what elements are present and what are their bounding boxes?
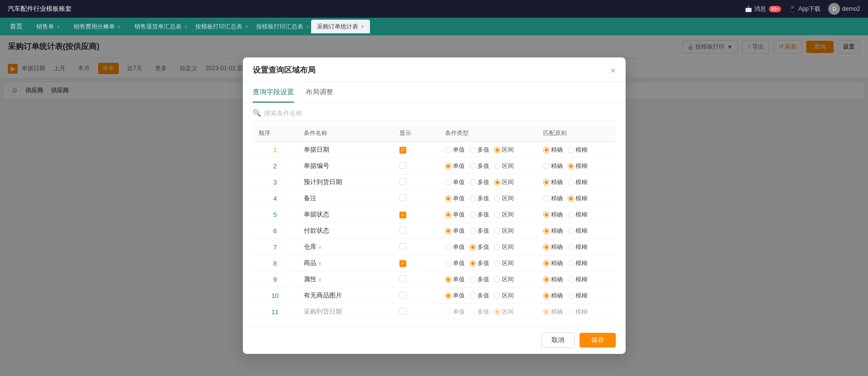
search-input[interactable] [264,109,362,117]
radio-type-type_single[interactable]: 单值 [445,227,465,235]
radio-type-type_single[interactable]: 单值 [445,275,465,284]
radio-type-type_range[interactable]: 区间 [494,292,514,300]
tab-home[interactable]: 首页 [4,20,28,33]
checkbox-icon[interactable] [399,212,406,218]
radio-match-match_exact[interactable]: 精确 [543,146,563,154]
radio-match-match_exact[interactable]: 精确 [543,227,563,235]
radio-match-match_exact[interactable]: 精确 [543,211,563,219]
radio-match-match_exact[interactable]: 精确 [543,243,563,251]
tab-sales-return[interactable]: 销售退货单汇总表 × [129,20,187,33]
row-display-checkbox[interactable] [394,207,439,223]
radio-type-type_multi[interactable]: 多值 [470,146,489,154]
radio-match-match_fuzzy[interactable]: 模糊 [568,227,587,235]
cancel-button[interactable]: 取消 [541,332,575,348]
radio-type-type_range[interactable]: 区间 [494,259,514,268]
close-tab-purchase[interactable]: × [361,24,364,29]
tab-template-print1[interactable]: 按模板打印汇总表 × [189,20,248,33]
radio-type-type_single[interactable]: 单值 [445,162,465,170]
checkbox-icon[interactable] [399,308,406,315]
radio-type-type_range[interactable]: 区间 [494,211,514,219]
tab-sales-expense[interactable]: 销售费用分摊单 × [68,20,127,33]
row-display-checkbox[interactable] [394,255,439,271]
tab-sales[interactable]: 销售单 × [30,20,66,33]
notification-item[interactable]: 📩 消息 99+ [745,5,781,13]
radio-match-match_fuzzy[interactable]: 模糊 [568,146,587,154]
radio-match-match_fuzzy[interactable]: 模糊 [568,162,587,170]
row-display-checkbox[interactable] [394,174,439,190]
close-tab-sales-return[interactable]: × [184,24,187,29]
radio-match-match_fuzzy[interactable]: 模糊 [568,275,587,284]
row-display-checkbox[interactable] [394,288,439,304]
radio-type-type_multi[interactable]: 多值 [470,211,489,219]
row-display-checkbox[interactable] [394,271,439,288]
row-display-checkbox[interactable] [394,239,439,255]
checkbox-icon[interactable] [399,292,406,298]
radio-match-match_fuzzy[interactable]: 模糊 [568,194,587,203]
checkbox-icon[interactable] [399,243,406,250]
radio-type-type_multi[interactable]: 多值 [470,194,489,203]
download-item[interactable]: 📱 App下载 [789,5,820,13]
radio-match-match_fuzzy[interactable]: 模糊 [568,292,587,300]
modal-close-button[interactable]: × [610,66,616,75]
user-item[interactable]: D demo2 [828,3,860,15]
modal-tab-layout[interactable]: 布局调整 [306,88,333,103]
radio-type-type_range[interactable]: 区间 [494,162,514,170]
radio-type-type_single[interactable]: 单值 [445,146,465,154]
checkbox-icon[interactable] [399,147,406,154]
checkbox-icon[interactable] [399,178,406,185]
radio-type-type_single[interactable]: 单值 [445,308,465,316]
radio-type-type_multi[interactable]: 多值 [470,162,489,170]
radio-type-type_range[interactable]: 区间 [494,227,514,235]
radio-type-type_single[interactable]: 单值 [445,243,465,251]
conditions-table[interactable]: 顺序 条件名称 显示 条件类型 匹配原则 1单据日期单值多值区间精确模糊2单据编… [253,125,616,320]
radio-type-type_multi[interactable]: 多值 [470,243,489,251]
close-tab-sales-expense[interactable]: × [118,24,121,29]
modal-tab-fields[interactable]: 查询字段设置 [253,88,294,103]
tab-template-print2[interactable]: 按模板打印汇总表 × [250,20,309,33]
radio-match-match_exact[interactable]: 精确 [543,178,563,187]
radio-type-type_multi[interactable]: 多值 [470,275,489,284]
radio-match-match_fuzzy[interactable]: 模糊 [568,259,587,268]
radio-match-match_fuzzy[interactable]: 模糊 [568,178,587,187]
radio-type-type_single[interactable]: 单值 [445,211,465,219]
radio-type-type_multi[interactable]: 多值 [470,292,489,300]
radio-type-type_single[interactable]: 单值 [445,178,465,187]
checkbox-icon[interactable] [399,194,406,201]
radio-match-match_exact[interactable]: 精确 [543,162,563,170]
checkbox-icon[interactable] [399,227,406,234]
radio-type-type_range[interactable]: 区间 [494,308,514,316]
radio-type-type_multi[interactable]: 多值 [470,308,489,316]
row-display-checkbox[interactable] [394,142,439,158]
radio-match-match_exact[interactable]: 精确 [543,292,563,300]
radio-type-type_range[interactable]: 区间 [494,178,514,187]
checkbox-icon[interactable] [399,275,406,282]
close-tab-template1[interactable]: × [245,24,248,29]
radio-type-type_range[interactable]: 区间 [494,194,514,203]
row-display-checkbox[interactable] [394,304,439,320]
tab-purchase-stats[interactable]: 采购订单统计表 × [311,20,370,33]
radio-type-type_single[interactable]: 单值 [445,292,465,300]
checkbox-icon[interactable] [399,162,406,169]
radio-type-type_single[interactable]: 单值 [445,259,465,268]
radio-type-type_multi[interactable]: 多值 [470,178,489,187]
row-display-checkbox[interactable] [394,158,439,174]
close-tab-sales[interactable]: × [57,24,60,29]
radio-type-type_multi[interactable]: 多值 [470,259,489,268]
radio-match-match_fuzzy[interactable]: 模糊 [568,211,587,219]
radio-match-match_exact[interactable]: 精确 [543,308,563,316]
save-button[interactable]: 保存 [579,333,616,348]
radio-match-match_exact[interactable]: 精确 [543,275,563,284]
radio-type-type_single[interactable]: 单值 [445,194,465,203]
radio-type-type_range[interactable]: 区间 [494,146,514,154]
radio-type-type_multi[interactable]: 多值 [470,227,489,235]
radio-match-match_exact[interactable]: 精确 [543,194,563,203]
close-tab-template2[interactable]: × [306,24,309,29]
checkbox-icon[interactable] [399,260,406,267]
row-display-checkbox[interactable] [394,223,439,239]
radio-type-type_range[interactable]: 区间 [494,243,514,251]
radio-match-match_fuzzy[interactable]: 模糊 [568,308,587,316]
row-display-checkbox[interactable] [394,190,439,207]
radio-type-type_range[interactable]: 区间 [494,275,514,284]
radio-match-match_exact[interactable]: 精确 [543,259,563,268]
radio-match-match_fuzzy[interactable]: 模糊 [568,243,587,251]
